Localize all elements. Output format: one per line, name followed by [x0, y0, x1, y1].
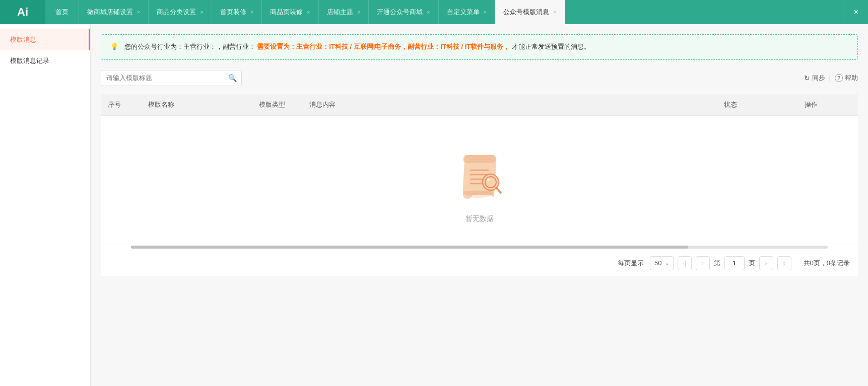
table-body: 暂无数据	[101, 115, 858, 244]
nav-tab-template-msg[interactable]: 公众号模版消息 ×	[495, 0, 565, 24]
main-layout: 模版消息 模版消息记录 💡 您的公众号行业为：主营行业：，副营行业： 需要设置为…	[0, 24, 868, 386]
pagination-summary: 共0页，0条记录	[804, 259, 850, 268]
next-page-button[interactable]: ›	[759, 256, 773, 270]
col-header-action: 操作	[797, 94, 858, 116]
page-size-select[interactable]: 50 ⌄	[650, 256, 673, 270]
nav-tab-home[interactable]: 首页	[45, 0, 79, 24]
nav-tab-custom-menu[interactable]: 自定义菜单 ×	[439, 0, 495, 24]
industry-alert: 💡 您的公众号行业为：主营行业：，副营行业： 需要设置为：主营行业：IT科技 /…	[101, 34, 858, 60]
empty-text: 暂无数据	[465, 214, 494, 223]
data-table: 序号 模版名称 模版类型 消息内容 状态 操作	[101, 94, 858, 244]
table-header: 序号 模版名称 模版类型 消息内容 状态 操作	[101, 94, 858, 116]
prev-page-button[interactable]: ‹	[696, 256, 710, 270]
col-header-index: 序号	[101, 94, 141, 116]
per-page-label: 每页显示	[618, 259, 644, 268]
chevron-down-icon: ⌄	[665, 260, 669, 266]
close-tab-shop-theme[interactable]: ×	[357, 9, 360, 15]
search-input-wrap: 🔍	[101, 70, 242, 86]
close-tab-category-setting[interactable]: ×	[200, 9, 203, 15]
sidebar-item-template-msg[interactable]: 模版消息	[0, 29, 90, 50]
nav-tabs-container: 首页 微商城店铺设置 × 商品分类设置 × 首页装修 × 商品页装修 × 店铺主…	[45, 0, 844, 24]
sync-button[interactable]: ↻ 同步	[804, 73, 825, 83]
svg-point-8	[487, 178, 490, 181]
nav-tab-category-setting[interactable]: 商品分类设置 ×	[149, 0, 212, 24]
search-icon[interactable]: 🔍	[228, 74, 237, 82]
toolbar-right: ↻ 同步 | ? 帮助	[804, 73, 858, 83]
page-input[interactable]	[724, 256, 745, 270]
scrollbar-thumb[interactable]	[131, 246, 688, 249]
search-input[interactable]	[101, 70, 242, 86]
nav-tab-home-decor[interactable]: 首页装修 ×	[212, 0, 262, 24]
nav-tab-shop-theme[interactable]: 店铺主题 ×	[319, 0, 369, 24]
nav-tab-shop-setting[interactable]: 微商城店铺设置 ×	[79, 0, 149, 24]
close-tab-shop-setting[interactable]: ×	[137, 9, 140, 15]
close-tab-custom-menu[interactable]: ×	[484, 9, 487, 15]
top-nav-bar: Ai 首页 微商城店铺设置 × 商品分类设置 × 首页装修 × 商品页装修 × …	[0, 0, 868, 24]
close-all-tabs-button[interactable]: ×	[844, 0, 868, 24]
sync-icon: ↻	[804, 74, 810, 82]
nav-tab-open-mall[interactable]: 开通公众号商城 ×	[369, 0, 438, 24]
alert-icon: 💡	[110, 43, 118, 50]
close-tab-template-msg[interactable]: ×	[553, 9, 556, 15]
close-tab-home-decor[interactable]: ×	[250, 9, 253, 15]
last-page-button[interactable]: |›	[777, 256, 791, 270]
app-logo: Ai	[0, 0, 45, 24]
col-header-name: 模版名称	[141, 94, 252, 116]
scrollbar-track	[131, 246, 828, 249]
close-tab-product-decor[interactable]: ×	[307, 9, 310, 15]
first-page-button[interactable]: ‹|	[678, 256, 692, 270]
empty-state: 暂无数据	[101, 116, 858, 244]
horizontal-scrollbar[interactable]	[101, 244, 858, 250]
col-header-status: 状态	[717, 94, 797, 116]
pagination: 每页显示 50 ⌄ ‹| ‹ 第 页 › |› 共0页，0条记录	[101, 250, 858, 276]
empty-icon	[449, 146, 510, 206]
help-icon: ?	[835, 74, 843, 82]
svg-line-7	[496, 188, 501, 193]
toolbar-divider: |	[829, 74, 831, 82]
content-area: 💡 您的公众号行业为：主营行业：，副营行业： 需要设置为：主营行业：IT科技 /…	[91, 24, 868, 386]
close-tab-open-mall[interactable]: ×	[427, 9, 430, 15]
search-bar: 🔍 ↻ 同步 | ? 帮助	[101, 70, 858, 86]
page-label-pre: 第	[714, 259, 720, 268]
sidebar: 模版消息 模版消息记录	[0, 24, 91, 386]
help-button[interactable]: ? 帮助	[835, 73, 858, 83]
col-header-type: 模版类型	[252, 94, 302, 116]
page-label-suf: 页	[749, 259, 755, 268]
nav-tab-product-decor[interactable]: 商品页装修 ×	[262, 0, 318, 24]
sidebar-item-template-msg-record[interactable]: 模版消息记录	[0, 50, 90, 71]
col-header-content: 消息内容	[302, 94, 717, 116]
